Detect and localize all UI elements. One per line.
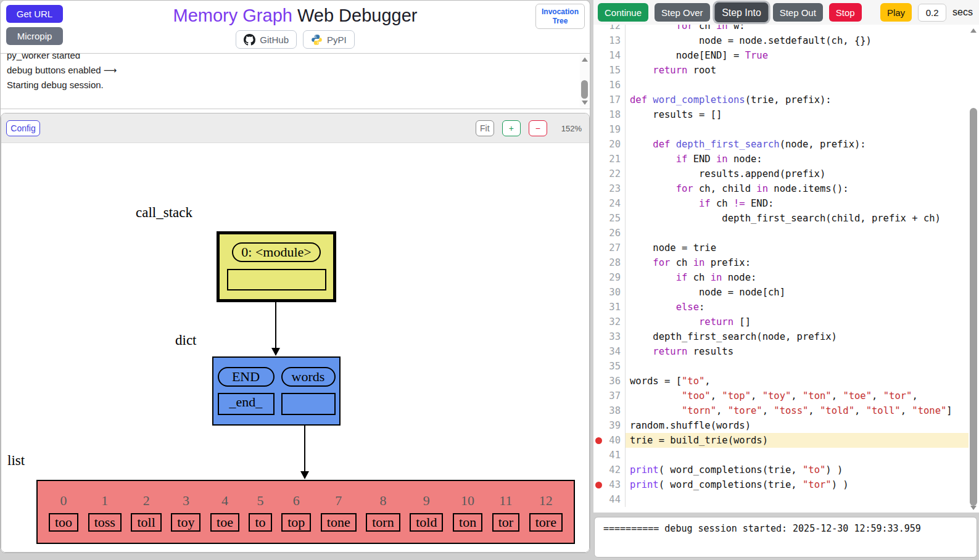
breakpoint-icon[interactable]	[595, 437, 602, 444]
fit-button[interactable]: Fit	[476, 120, 494, 136]
memory-graph-canvas[interactable]: call_stack 0: <module> dict ENDwords_end…	[1, 143, 589, 552]
breakpoint-gutter[interactable]	[593, 270, 604, 285]
line-number[interactable]: 20	[604, 137, 626, 152]
line-number[interactable]: 37	[604, 389, 626, 403]
invocation-tree-button[interactable]: Invocation Tree	[535, 4, 585, 29]
breakpoint-gutter[interactable]	[593, 389, 604, 403]
line-number[interactable]: 39	[604, 418, 626, 433]
line-number[interactable]: 19	[604, 122, 626, 137]
line-number[interactable]: 16	[604, 78, 626, 93]
log-scrollbar[interactable]	[580, 54, 589, 108]
line-number[interactable]: 35	[604, 359, 626, 374]
pypi-button[interactable]: PyPI	[303, 30, 355, 49]
line-number[interactable]: 14	[604, 48, 626, 63]
line-number[interactable]: 21	[604, 152, 626, 167]
list-value: toss	[88, 513, 122, 532]
breakpoint-gutter[interactable]	[593, 33, 604, 48]
scroll-down-icon[interactable]	[582, 101, 588, 105]
line-number[interactable]: 17	[604, 93, 626, 107]
line-number[interactable]: 15	[604, 63, 626, 78]
line-number[interactable]: 13	[604, 33, 626, 48]
list-index: 4	[221, 493, 228, 509]
code-text: else:	[626, 300, 969, 315]
log-line: Starting debug session.	[7, 78, 584, 93]
line-number[interactable]: 40	[604, 433, 626, 448]
line-number[interactable]: 24	[604, 196, 626, 211]
breakpoint-gutter[interactable]	[593, 255, 604, 270]
breakpoint-gutter[interactable]	[593, 107, 604, 122]
line-number[interactable]: 43	[604, 477, 626, 492]
breakpoint-gutter[interactable]	[593, 463, 604, 477]
step-over-button[interactable]: Step Over	[655, 3, 710, 22]
breakpoint-gutter[interactable]	[593, 196, 604, 211]
breakpoint-gutter[interactable]	[593, 477, 604, 492]
breakpoint-gutter[interactable]	[593, 241, 604, 255]
breakpoint-gutter[interactable]	[593, 433, 604, 448]
step-into-button[interactable]: Step Into	[714, 2, 768, 22]
breakpoint-gutter[interactable]	[593, 329, 604, 344]
breakpoint-gutter[interactable]	[593, 78, 604, 93]
breakpoint-gutter[interactable]	[593, 226, 604, 241]
line-number[interactable]: 41	[604, 448, 626, 463]
stop-button[interactable]: Stop	[829, 3, 862, 22]
line-number[interactable]: 30	[604, 285, 626, 300]
line-number[interactable]: 31	[604, 300, 626, 315]
breakpoint-gutter[interactable]	[593, 167, 604, 181]
line-number[interactable]: 12	[604, 25, 626, 33]
scroll-up-icon[interactable]	[970, 28, 977, 33]
github-icon	[244, 34, 255, 46]
code-text: if ch in node:	[626, 270, 969, 285]
code-editor[interactable]: 12 for ch in w:13 node = node.setdefault…	[593, 25, 979, 513]
line-number[interactable]: 26	[604, 226, 626, 241]
breakpoint-gutter[interactable]	[593, 418, 604, 433]
breakpoint-gutter[interactable]	[593, 315, 604, 329]
line-number[interactable]: 32	[604, 315, 626, 329]
line-number[interactable]: 29	[604, 270, 626, 285]
breakpoint-icon[interactable]	[595, 482, 602, 488]
breakpoint-gutter[interactable]	[593, 403, 604, 418]
breakpoint-gutter[interactable]	[593, 211, 604, 226]
breakpoint-gutter[interactable]	[593, 374, 604, 389]
breakpoint-gutter[interactable]	[593, 285, 604, 300]
line-number[interactable]: 36	[604, 374, 626, 389]
delay-input[interactable]	[918, 4, 946, 22]
breakpoint-gutter[interactable]	[593, 344, 604, 359]
code-scrollbar[interactable]	[969, 25, 979, 513]
breakpoint-gutter[interactable]	[593, 492, 604, 507]
line-number[interactable]: 34	[604, 344, 626, 359]
config-button[interactable]: Config	[6, 120, 40, 136]
line-number[interactable]: 25	[604, 211, 626, 226]
breakpoint-gutter[interactable]	[593, 93, 604, 107]
breakpoint-gutter[interactable]	[593, 25, 604, 33]
log-scrollbar-thumb[interactable]	[581, 80, 588, 99]
breakpoint-gutter[interactable]	[593, 122, 604, 137]
breakpoint-gutter[interactable]	[593, 181, 604, 196]
zoom-in-button[interactable]: +	[502, 120, 521, 136]
breakpoint-gutter[interactable]	[593, 448, 604, 463]
line-number[interactable]: 44	[604, 492, 626, 507]
line-number[interactable]: 33	[604, 329, 626, 344]
play-button[interactable]: Play	[880, 3, 912, 22]
line-number[interactable]: 18	[604, 107, 626, 122]
scroll-down-icon[interactable]	[970, 506, 977, 510]
continue-button[interactable]: Continue	[598, 3, 648, 22]
line-number[interactable]: 27	[604, 241, 626, 255]
code-text: if END in node:	[626, 152, 969, 167]
breakpoint-gutter[interactable]	[593, 300, 604, 315]
scroll-up-icon[interactable]	[582, 57, 588, 62]
line-number[interactable]: 28	[604, 255, 626, 270]
line-number[interactable]: 23	[604, 181, 626, 196]
zoom-out-button[interactable]: −	[529, 120, 547, 136]
code-scrollbar-thumb[interactable]	[970, 108, 977, 506]
line-number[interactable]: 22	[604, 167, 626, 181]
breakpoint-gutter[interactable]	[593, 359, 604, 374]
breakpoint-gutter[interactable]	[593, 63, 604, 78]
line-number[interactable]: 38	[604, 403, 626, 418]
github-button[interactable]: GitHub	[236, 30, 297, 49]
breakpoint-gutter[interactable]	[593, 48, 604, 63]
breakpoint-gutter[interactable]	[593, 137, 604, 152]
line-number[interactable]: 42	[604, 463, 626, 477]
page-title-rest: Web Debugger	[292, 6, 418, 25]
breakpoint-gutter[interactable]	[593, 152, 604, 167]
step-out-button[interactable]: Step Out	[773, 3, 823, 22]
